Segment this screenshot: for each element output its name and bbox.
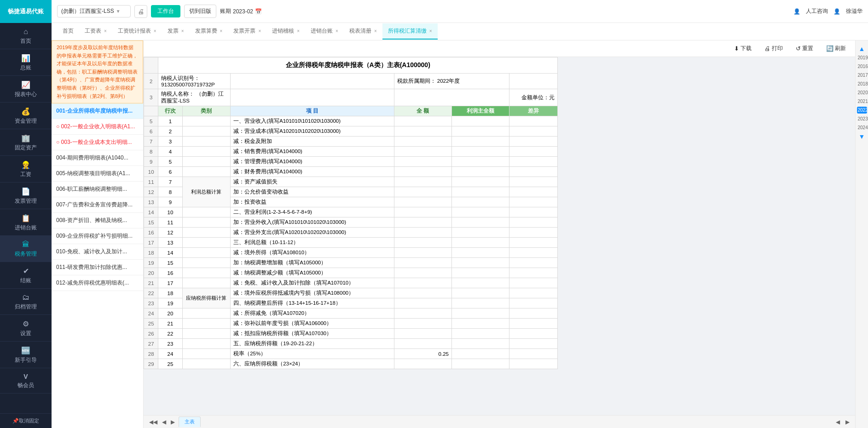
- table-row: 20 16 减：纳税调整减少额（填写A105000）: [144, 268, 558, 278]
- table-row: 8 4 减：销售费用(填写A104000): [144, 147, 558, 157]
- nav-next-arrow[interactable]: ▶: [169, 418, 177, 426]
- reset-button[interactable]: ↺ 重置: [792, 43, 817, 54]
- sidebar-item-settle[interactable]: ✔ 结账: [0, 262, 52, 289]
- sidebar-item-assets[interactable]: 🏢 固定资产: [0, 129, 52, 156]
- newguide-icon: 🆕: [21, 346, 30, 355]
- print-icon: 🖨: [764, 45, 770, 52]
- menu-item-011[interactable]: 011-研发费用加计扣除优惠...: [52, 260, 143, 275]
- scroll-right-btn[interactable]: ▶: [844, 418, 851, 426]
- tab-salary-stats[interactable]: 工资统计报表 ×: [112, 23, 162, 40]
- tab-invoice[interactable]: 发票 ×: [162, 23, 190, 40]
- tab-sales-ledger[interactable]: 进销台账 ×: [305, 23, 344, 40]
- sidebar-item-invoice[interactable]: 📄 发票管理: [0, 183, 52, 209]
- tax-rate-value[interactable]: 0.25: [394, 349, 451, 359]
- timeline-year-2016[interactable]: 2016: [857, 63, 867, 70]
- main-area: (勿删）江西服宝-LSS ▼ 🖨 工作台 切到旧版 账期 2023-02 📅 👤…: [52, 0, 868, 428]
- tab-invoice-fee-close[interactable]: ×: [220, 29, 223, 34]
- timeline-year-2023[interactable]: 2023: [857, 115, 867, 122]
- print-icon-btn[interactable]: 🖨: [134, 5, 147, 18]
- timeline-year-2020[interactable]: 2020: [857, 89, 867, 96]
- sidebar-item-newguide[interactable]: 🆕 新手引导: [0, 342, 52, 368]
- sidebar-item-home[interactable]: ⌂ 首页: [0, 23, 52, 49]
- table-row: 22 18 应纳税所得额计算 减：境外应税所得抵减境内亏损（填写A108000）: [144, 288, 558, 298]
- sidebar-item-salary[interactable]: 👷 工资: [0, 156, 52, 183]
- menu-item-010[interactable]: 010-免税、减计收入及加计...: [52, 244, 143, 260]
- tab-salary-label: 工资表: [85, 27, 101, 35]
- table-scroll[interactable]: 企业所得税年度纳税申报表（A类）主表(A100000) 2 纳税人识别号： 91…: [144, 57, 855, 415]
- tab-sales-check-close[interactable]: ×: [297, 29, 300, 34]
- workbench-button[interactable]: 工作台: [151, 5, 180, 17]
- tab-sales-check[interactable]: 进销稽核 ×: [266, 23, 305, 40]
- table-row: 16 12 减：营业外支出(填写A102010\102020\103000): [144, 228, 558, 238]
- menu-item-007[interactable]: 007-广告费和业务宣传费超降...: [52, 197, 143, 213]
- info-row-2: 2 纳税人识别号： 91320500703719732P 税款所属期间： 202…: [144, 74, 558, 89]
- menu-item-002[interactable]: 002-一般企业收入明细表(A1...: [52, 119, 143, 135]
- user-name: 徐溢华: [846, 7, 862, 15]
- user-service-label[interactable]: 人工咨询: [806, 7, 828, 15]
- menu-item-012[interactable]: 012-减免所得税优惠明细表(...: [52, 275, 143, 291]
- sidebar-item-reports[interactable]: 📈 报表中心: [0, 76, 52, 103]
- timeline-year-2024[interactable]: 2024: [857, 124, 867, 131]
- tab-home[interactable]: 首页: [57, 23, 79, 40]
- nav-prev-arrow[interactable]: ◀: [160, 418, 168, 426]
- menu-item-004[interactable]: 004-期间费用明细表(A1040...: [52, 150, 143, 166]
- sidebar-item-capital[interactable]: 💰 资金管理: [0, 103, 52, 129]
- tax-period-cell: 税款所属期间： 2022年度: [394, 74, 509, 89]
- tab-salary-close[interactable]: ×: [104, 29, 107, 34]
- tab-salary-stats-close[interactable]: ×: [154, 29, 156, 34]
- home-icon: ⌂: [23, 28, 28, 36]
- timeline-year-2021[interactable]: 2021: [857, 98, 867, 105]
- print-button[interactable]: 🖨 打印: [761, 43, 787, 54]
- refresh-button[interactable]: 🔄 刷新: [822, 43, 850, 54]
- sidebar-item-sales[interactable]: 📋 进销台账: [0, 209, 52, 236]
- sidebar-item-settings[interactable]: ⚙ 设置: [0, 315, 52, 342]
- menu-item-003[interactable]: 003-一般企业成本支出明细...: [52, 135, 143, 150]
- tab-tax-list-close[interactable]: ×: [374, 29, 377, 34]
- download-button[interactable]: ⬇ 下载: [730, 43, 755, 54]
- tab-tax-calc-close[interactable]: ×: [429, 29, 432, 34]
- sidebar-item-tax[interactable]: 🏛 税务管理: [0, 236, 52, 262]
- sidebar-item-label: 结账: [20, 277, 31, 285]
- sidebar-item-label: 资金管理: [15, 117, 37, 125]
- sidebar-nav: ⌂ 首页 📊 总账 📈 报表中心 💰 资金管理 🏢 固定资产 👷 工资 📄 发票…: [0, 23, 52, 413]
- timeline-year-2022[interactable]: 2022: [857, 107, 867, 114]
- invoice-icon: 📄: [21, 187, 30, 196]
- timeline-up-arrow[interactable]: ▲: [859, 45, 865, 52]
- tab-sales-ledger-close[interactable]: ×: [336, 29, 338, 34]
- nav-arrows: ◀◀ ◀ ▶: [147, 418, 177, 426]
- tab-tax-calc[interactable]: 所得税汇算清缴 ×: [382, 23, 438, 40]
- tab-invoice-close[interactable]: ×: [181, 29, 184, 34]
- sidebar-item-archive[interactable]: 🗂 归档管理: [0, 289, 52, 315]
- switch-old-button[interactable]: 切到旧版: [184, 5, 216, 18]
- col-header-empty: [144, 106, 158, 116]
- tab-tax-list[interactable]: 税表清册 ×: [344, 23, 382, 40]
- bottom-tab-main[interactable]: 主表: [179, 417, 201, 427]
- timeline-down-arrow[interactable]: ▼: [859, 133, 865, 140]
- timeline-year-2019[interactable]: 2019: [857, 54, 867, 61]
- menu-item-008[interactable]: 008-资产折旧、摊销及纳税...: [52, 213, 143, 228]
- table-row: 9 5 减：管理费用(填写A104000): [144, 157, 558, 167]
- menu-item-005[interactable]: 005-纳税调整项目明细表(A1...: [52, 166, 143, 182]
- menu-item-001[interactable]: 001-企业所得税年度纳税申报...: [52, 103, 143, 119]
- table-row: 28 24 税率（25%） 0.25: [144, 349, 558, 359]
- tab-invoice-fee[interactable]: 发票算费 ×: [190, 23, 228, 40]
- col-header-item: 项 目: [231, 106, 394, 116]
- sidebar-item-member[interactable]: V 畅会员: [0, 368, 52, 394]
- refresh-icon: 🔄: [826, 45, 833, 52]
- menu-item-006[interactable]: 006-职工薪酬纳税调整明细...: [52, 182, 143, 197]
- tab-invoice-open[interactable]: 发票开票 ×: [228, 23, 266, 40]
- timeline-year-2018[interactable]: 2018: [857, 80, 867, 87]
- menu-item-009[interactable]: 009-企业所得税扩补亏损明细...: [52, 228, 143, 244]
- scroll-x-bar: ◀ ▶: [834, 418, 851, 426]
- timeline-year-2017[interactable]: 2017: [857, 72, 867, 79]
- company-selector[interactable]: (勿删）江西服宝-LSS ▼: [57, 5, 131, 17]
- tab-salary[interactable]: 工资表 ×: [79, 23, 112, 40]
- tab-invoice-open-close[interactable]: ×: [258, 29, 261, 34]
- nav-first-arrow[interactable]: ◀◀: [147, 418, 159, 426]
- member-icon: V: [23, 373, 28, 380]
- scroll-left-btn[interactable]: ◀: [834, 418, 842, 426]
- cancel-pin-btn[interactable]: 📌 取消固定: [0, 413, 52, 428]
- sidebar-item-ledger[interactable]: 📊 总账: [0, 49, 52, 76]
- table-row: 6 2 减：营业成本(填写A102010\102020\103000): [144, 126, 558, 137]
- row-num-3: 3: [144, 89, 158, 106]
